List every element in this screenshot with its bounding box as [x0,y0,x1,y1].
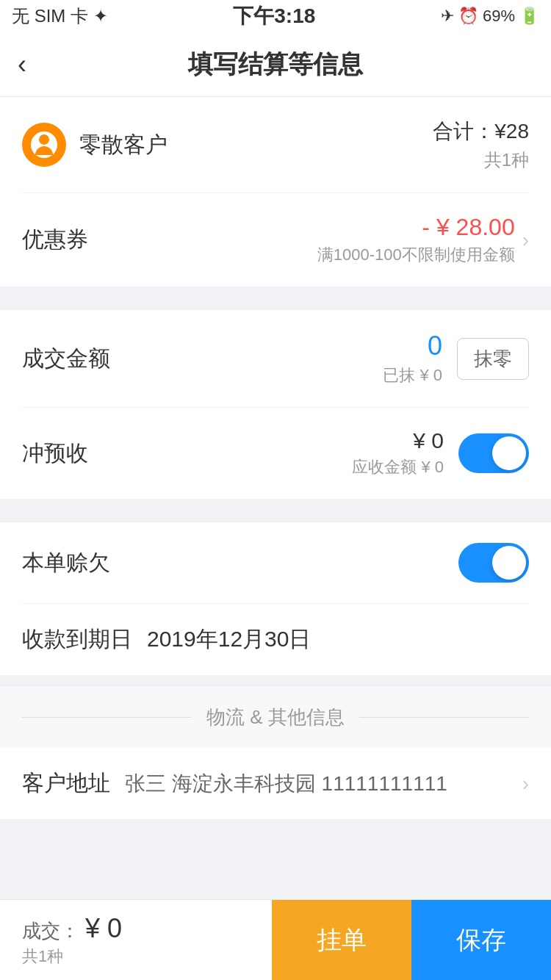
debt-toggle-knob [492,546,526,580]
bottom-amount: ¥ 0 [85,913,122,944]
status-time: 下午3:18 [233,2,315,30]
content: 零散客户 合计：¥28 共1种 优惠券 - ¥ 28.00 满1000-100不… [0,97,551,919]
prepay-label: 冲预收 [22,439,88,469]
battery-level: 69% [483,7,515,26]
customer-total: 合计：¥28 共1种 [433,118,529,172]
prepay-row: 冲预收 ¥ 0 应收金额 ¥ 0 [0,408,551,499]
avatar-icon [31,131,57,158]
address-label: 客户地址 [22,768,110,799]
debt-section: 本单赊欠 收款到期日 2019年12月30日 [0,522,551,675]
location-icon: ✈ [441,7,454,26]
transaction-row: 成交金额 0 已抹 ¥ 0 抹零 [0,310,551,407]
bottom-deal-label: 成交： [22,918,79,944]
coupon-desc: 满1000-100不限制使用金额 [317,244,515,266]
coupon-amount: - ¥ 28.00 [317,214,515,241]
divider-line-right [359,717,529,718]
back-button[interactable]: ‹ [18,49,26,80]
prepay-info: ¥ 0 应收金额 ¥ 0 [352,428,444,478]
address-value: 张三 海淀永丰科技园 11111111111 [125,770,522,798]
logistics-label: 物流 & 其他信息 [192,705,359,730]
divider-line-left [22,717,192,718]
status-left: 无 SIM 卡 ✦ [12,4,108,28]
prepay-amount: ¥ 0 [352,428,444,453]
transaction-section: 成交金额 0 已抹 ¥ 0 抹零 冲预收 ¥ 0 应收金额 ¥ 0 [0,310,551,499]
due-date-row[interactable]: 收款到期日 2019年12月30日 [0,604,551,675]
customer-section: 零散客户 合计：¥28 共1种 优惠券 - ¥ 28.00 满1000-100不… [0,97,551,287]
hold-button-label: 挂单 [317,923,367,957]
bottom-bar: 成交： ¥ 0 共1种 挂单 保存 [0,899,551,980]
battery-icon: 🔋 [519,7,539,26]
coupon-row[interactable]: 优惠券 - ¥ 28.00 满1000-100不限制使用金额 › [0,193,551,287]
coupon-right: - ¥ 28.00 满1000-100不限制使用金额 › [317,214,529,266]
status-bar: 无 SIM 卡 ✦ 下午3:18 ✈ ⏰ 69% 🔋 [0,0,551,32]
page-title: 填写结算等信息 [188,48,363,82]
bottom-info: 成交： ¥ 0 共1种 [0,913,272,968]
avatar [22,123,66,167]
save-button[interactable]: 保存 [411,900,551,981]
round-button[interactable]: 抹零 [457,338,529,380]
bottom-deal-row: 成交： ¥ 0 [22,913,250,944]
coupon-chevron-icon: › [522,228,529,252]
transaction-sub: 已抹 ¥ 0 [383,364,442,386]
bottom-count: 共1种 [22,945,250,968]
transaction-right: 0 已抹 ¥ 0 抹零 [383,331,529,386]
customer-row: 零散客户 合计：¥28 共1种 [0,97,551,192]
save-button-label: 保存 [456,923,506,957]
coupon-label: 优惠券 [22,225,88,255]
amount-info: 0 已抹 ¥ 0 [383,331,442,386]
sim-status: 无 SIM 卡 ✦ [12,4,108,28]
prepay-toggle[interactable] [458,433,529,473]
debt-label: 本单赊欠 [22,548,110,578]
due-date-label: 收款到期日 [22,624,132,655]
address-chevron-icon: › [522,772,529,796]
debt-toggle[interactable] [458,543,529,583]
customer-left: 零散客户 [22,123,168,167]
alarm-icon: ⏰ [458,7,478,26]
toggle-knob [492,436,526,470]
address-section: 客户地址 张三 海淀永丰科技园 11111111111 › [0,748,551,819]
total-count: 共1种 [433,148,529,172]
transaction-label: 成交金额 [22,344,110,374]
gray-separator-1 [0,298,551,310]
prepay-right: ¥ 0 应收金额 ¥ 0 [352,428,529,478]
customer-name: 零散客户 [79,130,168,160]
due-date-value: 2019年12月30日 [147,624,311,655]
coupon-info: - ¥ 28.00 满1000-100不限制使用金额 [317,214,515,266]
nav-bar: ‹ 填写结算等信息 [0,32,551,97]
debt-row: 本单赊欠 [0,522,551,603]
address-row[interactable]: 客户地址 张三 海淀永丰科技园 11111111111 › [0,748,551,819]
logistics-section-header: 物流 & 其他信息 [0,687,551,748]
total-price: 合计：¥28 [433,118,529,145]
status-right: ✈ ⏰ 69% 🔋 [441,7,539,26]
transaction-value[interactable]: 0 [383,331,442,361]
gray-separator-2 [0,511,551,522]
prepay-sub: 应收金额 ¥ 0 [352,456,444,478]
hold-button[interactable]: 挂单 [272,900,411,981]
